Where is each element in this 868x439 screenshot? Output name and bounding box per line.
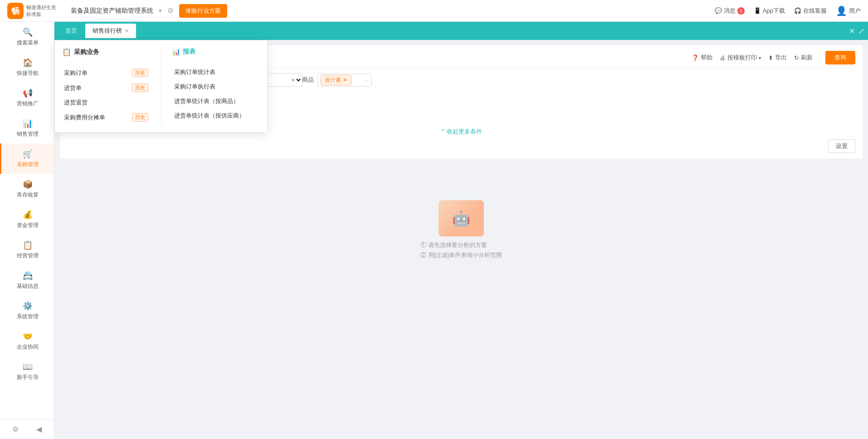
top-bar-right: 💬 消息 9 📱 App下载 🎧 在线客服 👤 用户	[715, 5, 861, 16]
sidebar-item-purchase[interactable]: 🛒 采购管理	[0, 143, 54, 174]
help-btn[interactable]: ❓ 帮助	[692, 54, 712, 62]
system-title: 装备及固定资产辅助管理系统	[71, 7, 153, 15]
avatar-icon: 👤	[836, 5, 847, 16]
dropdown-item-order-exec[interactable]: 采购订单执行表	[172, 79, 260, 94]
top-bar: 畅 畅捷通好生意 标准版 装备及固定资产辅助管理系统 ▾ ⚙ 体验行业方案 💬 …	[0, 0, 868, 22]
inventory-icon: 📦	[23, 179, 33, 189]
online-service-btn[interactable]: 🎧 在线客服	[794, 7, 827, 15]
logo-area: 畅 畅捷通好生意 标准版	[7, 3, 62, 19]
report-title-icon: 📊	[172, 48, 180, 55]
sidebar-item-basic[interactable]: 📇 基础信息	[0, 265, 54, 296]
empty-icon: 🤖	[439, 200, 484, 237]
dropdown-item-receipt-by-supplier[interactable]: 进货单统计表（按供应商）	[172, 109, 260, 123]
tab-bar-actions: ✕ ⤢	[849, 27, 864, 35]
tab-home[interactable]: 首页	[58, 24, 84, 38]
sidebar-item-corp[interactable]: 🤝 企业协同	[0, 326, 54, 356]
tab-sales-rank[interactable]: 销售排行榜 ✕	[85, 24, 136, 38]
tab-close-window-btn[interactable]: ✕	[849, 27, 855, 35]
goods-filter: 商品 设计素 ✕ ···	[302, 74, 372, 87]
message-btn[interactable]: 💬 消息 9	[715, 7, 745, 15]
tab-close-icon[interactable]: ✕	[125, 28, 129, 34]
setting-btn[interactable]: 设置	[828, 139, 855, 153]
print-btn[interactable]: 🖨 按模板打印 ▾	[720, 54, 761, 62]
dropdown-item-receipt[interactable]: 进货单 历史	[62, 80, 150, 95]
dropdown-item-purchase-order[interactable]: 采购订单 历史	[62, 65, 150, 80]
print-icon: 🖨	[720, 54, 726, 61]
collapse-icon: ⌃	[440, 128, 445, 135]
industry-btn[interactable]: 体验行业方案	[179, 4, 227, 18]
goods-tag-close[interactable]: ✕	[343, 77, 347, 83]
tab-maximize-btn[interactable]: ⤢	[858, 27, 864, 35]
sidebar-item-operation[interactable]: 📋 经营管理	[0, 235, 54, 265]
history-tag-3: 历史	[132, 113, 148, 122]
operation-icon: 📋	[23, 240, 33, 250]
empty-tips: 请先选择要分析的方案 用[过滤]条件来缩小分析范围	[420, 240, 502, 260]
empty-state: 🤖 请先选择要分析的方案 用[过滤]条件来缩小分析范围	[60, 164, 863, 296]
sidebar-item-sales[interactable]: 📊 销售管理	[0, 113, 54, 143]
dropdown-item-receipt-by-goods[interactable]: 进货单统计表（按商品）	[172, 94, 260, 109]
sidebar-item-finance[interactable]: 💰 资金管理	[0, 204, 54, 235]
purchase-icon: 🛒	[23, 149, 33, 159]
logo-text: 畅捷通好生意 标准版	[26, 4, 56, 17]
guide-icon: 📖	[23, 362, 33, 372]
refresh-icon: ↻	[794, 54, 799, 61]
sidebar-item-inventory[interactable]: 📦 库存核算	[0, 174, 54, 204]
sidebar-bottom: ⚙ ◀	[0, 419, 54, 439]
export-icon: ⬆	[768, 54, 773, 61]
app-download-btn[interactable]: 📱 App下载	[754, 7, 785, 15]
menu-divider	[161, 48, 161, 125]
search-icon: 🔍	[23, 27, 33, 37]
marketing-icon: 📢	[23, 88, 33, 98]
export-btn[interactable]: ⬆ 导出	[768, 54, 787, 62]
sidebar-collapse-btn[interactable]: ◀	[36, 425, 42, 434]
empty-illustration: 🤖	[439, 200, 484, 237]
dropdown-item-return[interactable]: 进货退货	[62, 95, 150, 110]
logo-icon: 畅	[7, 3, 24, 19]
goods-more-icon[interactable]: ···	[364, 77, 369, 84]
sidebar-item-marketing[interactable]: 📢 营销推广	[0, 83, 54, 113]
top-bar-center: 装备及固定资产辅助管理系统 ▾ ⚙ 体验行业方案	[62, 4, 715, 18]
sidebar-item-guide[interactable]: 📖 新手引导	[0, 356, 54, 387]
tab-bar: 首页 销售排行榜 ✕ ✕ ⤢	[54, 22, 868, 40]
refresh-btn[interactable]: ↻ 刷新	[794, 54, 813, 62]
history-tag-0: 历史	[132, 69, 148, 77]
purchase-title-icon: 📋	[62, 48, 71, 56]
sidebar-settings-btn[interactable]: ⚙	[12, 425, 19, 434]
purchase-col-title: 📋 采购业务	[62, 48, 150, 60]
dropdown-item-order-stats[interactable]: 采购订单统计表	[172, 65, 260, 79]
report-col-title: 📊 报表	[172, 48, 260, 59]
purchase-dropdown-menu: 📋 采购业务 采购订单 历史 进货单 历史 进货退货 采购费用分摊单 历史 📊 …	[54, 40, 268, 133]
home-icon: 🏠	[23, 58, 33, 68]
system-icon: ⚙️	[23, 301, 33, 311]
dropdown-item-expense[interactable]: 采购费用分摊单 历史	[62, 110, 150, 125]
settings-icon[interactable]: ⚙	[167, 6, 174, 15]
goods-tag: 设计素 ✕	[321, 75, 351, 85]
basic-icon: 📇	[23, 271, 33, 281]
query-btn[interactable]: 查询	[825, 51, 855, 64]
sidebar-item-search[interactable]: 🔍 搜索菜单	[0, 22, 54, 52]
purchase-business-col: 📋 采购业务 采购订单 历史 进货单 历史 进货退货 采购费用分摊单 历史	[62, 48, 150, 125]
message-badge: 9	[737, 7, 745, 15]
sidebar: 🔍 搜索菜单 🏠 快捷导航 📢 营销推广 📊 销售管理 🛒 采购管理 📦 库存核…	[0, 22, 54, 439]
headset-icon: 🎧	[794, 7, 801, 14]
phone-icon: 📱	[754, 7, 761, 14]
message-icon: 💬	[715, 7, 722, 14]
sales-icon: 📊	[23, 118, 33, 128]
sidebar-item-system[interactable]: ⚙️ 系统管理	[0, 296, 54, 326]
help-icon: ❓	[692, 54, 699, 61]
finance-icon: 💰	[23, 210, 33, 220]
user-btn[interactable]: 👤 用户	[836, 5, 861, 16]
history-tag-1: 历史	[132, 84, 148, 92]
report-col: 📊 报表 采购订单统计表 采购订单执行表 进货单统计表（按商品） 进货单统计表（…	[172, 48, 260, 125]
print-dropdown-icon[interactable]: ▾	[759, 55, 761, 60]
sidebar-item-quick[interactable]: 🏠 快捷导航	[0, 52, 54, 83]
dropdown-arrow-icon[interactable]: ▾	[159, 7, 162, 14]
corp-icon: 🤝	[23, 331, 33, 341]
